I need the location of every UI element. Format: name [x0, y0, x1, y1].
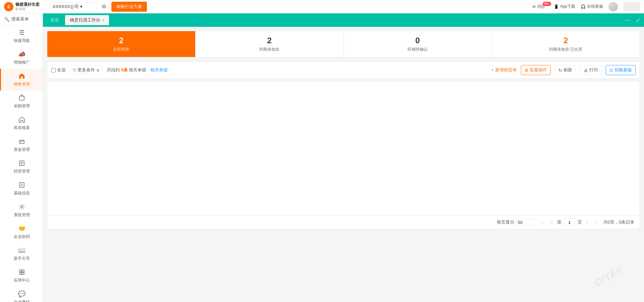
- message-icon: ✉: [532, 4, 536, 9]
- sidebar-item-inventory[interactable]: 库存核算: [0, 112, 43, 134]
- purchase-icon: [18, 94, 26, 102]
- filter-button[interactable]: ▽ 更多条件 ∨: [70, 65, 103, 75]
- app-title: 畅捷通好生意: [15, 2, 40, 7]
- enterprise-icon: 🤝: [18, 225, 26, 233]
- found-count: 0条: [121, 67, 128, 72]
- sidebar-item-wechat[interactable]: 💬 企业微信: [0, 287, 43, 302]
- sidebar-label-capital: 资金管理: [14, 147, 30, 153]
- select-all-checkbox[interactable]: 全选: [51, 67, 66, 73]
- sidebar-item-sales[interactable]: 销售管理: [0, 69, 43, 90]
- sidebar-item-app-center[interactable]: 应用中心: [0, 265, 43, 287]
- chevron-down-icon: ▾: [80, 4, 83, 9]
- prev-page-button[interactable]: <: [548, 218, 556, 226]
- sidebar-item-operations[interactable]: 经营管理: [0, 156, 43, 178]
- table-area: [47, 81, 640, 216]
- stat-card-all[interactable]: 2 全部单据: [47, 31, 196, 57]
- page-suffix: 页: [578, 219, 582, 225]
- tab-home[interactable]: 首页: [46, 15, 64, 25]
- sidebar-item-guide[interactable]: 📖 新手引导: [0, 243, 43, 265]
- next-page-button[interactable]: >: [583, 218, 591, 226]
- main-layout: 🔍 搜索菜单 ☰ 快捷导航 📣 营销推广 销售管理: [0, 13, 644, 302]
- sidebar-label-app-center: 应用中心: [14, 278, 30, 283]
- stat-label-pending: 旺铺待确认: [408, 47, 428, 52]
- stat-card-overdue-out[interactable]: 2 到期未收款 已出库: [492, 31, 640, 57]
- refresh-icon: ↻: [558, 68, 562, 73]
- settings-button[interactable]: ⚙: [99, 2, 109, 11]
- sidebar-label-purchase: 采购管理: [14, 103, 30, 109]
- per-page-label: 每页显示: [497, 219, 514, 225]
- tab-close-icon[interactable]: ×: [102, 18, 104, 22]
- header-right: ✉ 消息 99+ 📱 App下载 🎧 在线客服: [532, 2, 640, 11]
- search-icon: 🔍: [4, 17, 9, 22]
- svg-rect-12: [22, 270, 24, 272]
- sidebar-label-basic-info: 基础信息: [14, 190, 30, 196]
- basic-info-icon: [18, 181, 26, 189]
- sidebar-item-quick-nav[interactable]: ☰ 快捷导航: [0, 25, 43, 47]
- stat-card-pending[interactable]: 0 旺铺待确认: [344, 31, 492, 57]
- sidebar-item-basic-info[interactable]: 基础信息: [0, 178, 43, 199]
- app-subtitle: 标准版: [15, 7, 40, 11]
- select-all-label: 全选: [57, 67, 66, 73]
- company-selector[interactable]: XXXXXX公司 ▾: [50, 2, 97, 11]
- sidebar-item-purchase[interactable]: 采购管理: [0, 90, 43, 112]
- batch-icon: ⊞: [525, 68, 528, 73]
- svg-point-10: [21, 206, 23, 208]
- search-menu-item[interactable]: 🔍 搜索菜单: [0, 13, 43, 25]
- online-service-label: 在线客服: [587, 4, 603, 9]
- message-action[interactable]: ✉ 消息 99+: [532, 4, 548, 9]
- sidebar-item-capital[interactable]: 资金管理: [0, 134, 43, 156]
- per-page-select[interactable]: 50 100 200: [516, 219, 536, 226]
- sidebar-label-wechat: 企业微信: [14, 299, 30, 302]
- new-order-button[interactable]: + 新增销货单: [491, 67, 517, 73]
- print-button[interactable]: 🖨 打印: [580, 65, 602, 75]
- switch-version-button[interactable]: ⊡ 切换新版: [606, 65, 636, 75]
- last-page-button[interactable]: »: [593, 218, 601, 226]
- select-all-input[interactable]: [51, 68, 56, 72]
- stat-label-overdue-out: 到期未收款 已出库: [549, 47, 582, 52]
- tab-home-label: 首页: [50, 17, 59, 23]
- download-icon: 📱: [554, 4, 559, 9]
- refresh-button[interactable]: ↻ 刷新: [555, 65, 576, 75]
- toolbar-left: 全选 ▽ 更多条件 ∨ 共找到 0条 相关单据 相关单据: [51, 65, 487, 75]
- sidebar-item-enterprise[interactable]: 🤝 企业协同: [0, 221, 43, 243]
- message-badge: 99+: [543, 2, 551, 6]
- page-content: 2 全部单据 2 到期未收款 0 旺铺待确认 2 到期未收款 已出库: [43, 27, 644, 302]
- svg-rect-11: [19, 270, 21, 272]
- sidebar-item-system[interactable]: 系统管理: [0, 199, 43, 221]
- stat-number-all: 2: [119, 36, 123, 45]
- tab-workbench-label: 钱货日清工作台: [70, 17, 100, 23]
- page-navigation: « < 第 页 > »: [538, 218, 601, 226]
- sidebar-item-marketing[interactable]: 📣 营销推广: [0, 47, 43, 69]
- page-number-input[interactable]: [563, 218, 576, 226]
- found-text: 共找到 0条 相关单据: [107, 67, 146, 73]
- stat-label-all: 全部单据: [113, 47, 129, 52]
- app-download-action[interactable]: 📱 App下载: [554, 4, 575, 9]
- table-empty-state: [47, 82, 640, 215]
- tab-minimize-btn[interactable]: —: [624, 16, 632, 24]
- trial-button[interactable]: 体验行业方案: [111, 2, 147, 12]
- capital-icon: [18, 137, 26, 145]
- sidebar: 🔍 搜索菜单 ☰ 快捷导航 📣 营销推广 销售管理: [0, 13, 43, 302]
- top-header: 6 畅捷通好生意 标准版 XXXXXX公司 ▾ ⚙ 体验行业方案 ✉ 消息 99…: [0, 0, 644, 13]
- batch-operation-button[interactable]: ⊞ 批量操作: [521, 65, 551, 75]
- online-service-action[interactable]: 🎧 在线客服: [581, 4, 603, 9]
- sidebar-label-system: 系统管理: [14, 212, 30, 218]
- avatar[interactable]: [608, 2, 618, 11]
- sidebar-label-sales: 销售管理: [14, 81, 30, 87]
- system-icon: [18, 203, 26, 211]
- tab-workbench[interactable]: 钱货日清工作台 ×: [65, 15, 109, 25]
- page-label: 第: [557, 219, 561, 225]
- tab-expand-btn[interactable]: ⤢: [634, 16, 641, 25]
- content-area: 首页 钱货日清工作台 × — ⤢ 2 全部单据 2 到期未收款: [43, 13, 644, 302]
- related-bills-link[interactable]: 相关单据: [150, 67, 168, 73]
- search-menu-label: 搜索菜单: [11, 16, 29, 22]
- sidebar-label-quick-nav: 快捷导航: [14, 38, 30, 44]
- switch-icon: ⊡: [609, 68, 613, 73]
- stat-number-overdue-out: 2: [564, 36, 568, 45]
- stat-label-overdue: 到期未收款: [259, 47, 279, 52]
- header-left: 6 畅捷通好生意 标准版 XXXXXX公司 ▾ ⚙ 体验行业方案: [4, 2, 147, 12]
- first-page-button[interactable]: «: [538, 218, 546, 226]
- company-name: XXXXXX公司: [53, 4, 79, 10]
- page-size-selector: 每页显示 50 100 200: [497, 219, 536, 226]
- stat-card-overdue[interactable]: 2 到期未收款: [196, 31, 344, 57]
